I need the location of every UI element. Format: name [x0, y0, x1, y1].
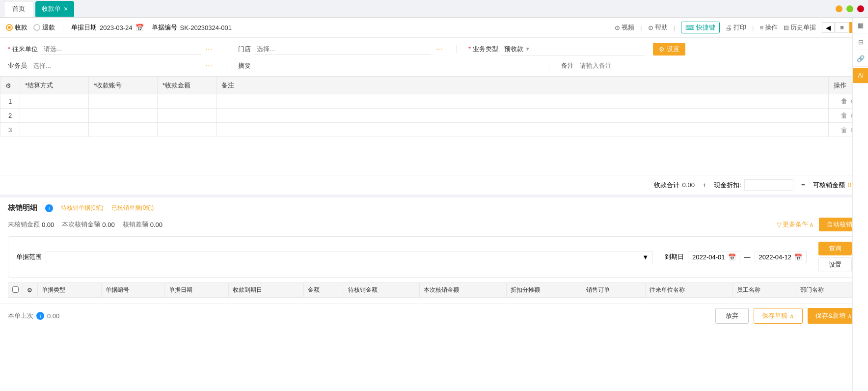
settings-button[interactable]: ⚙ 设置	[653, 43, 685, 56]
due-date-start-input[interactable]: 2022-04-01 📅	[688, 251, 740, 263]
set-button[interactable]: 设置	[818, 257, 852, 272]
store-input[interactable]	[254, 44, 431, 55]
operation-button[interactable]: ≡ 操作	[760, 23, 778, 32]
business-type-select[interactable]: 预收款 ▼	[501, 43, 645, 56]
settlement-cell-2[interactable]	[20, 109, 89, 123]
staff-input[interactable]	[30, 60, 201, 71]
discount-label: 现金折扣:	[714, 181, 741, 190]
note-cell-3[interactable]	[217, 123, 829, 137]
tab-active[interactable]: 收款单 ×	[35, 1, 74, 17]
video-button[interactable]: ⊙ 视频	[615, 23, 634, 32]
abandon-button[interactable]: 放弃	[715, 308, 749, 324]
account-cell-3[interactable]	[89, 123, 158, 137]
history-label: 历史单据	[790, 23, 816, 32]
settings-col-header[interactable]: ⚙	[23, 283, 38, 298]
refund-radio-label: 退款	[42, 23, 55, 32]
account-cell-2[interactable]	[89, 109, 158, 123]
staff-field: 业务员 ···	[8, 60, 214, 71]
more-conditions-button[interactable]: ▽ 更多条件 ∧	[777, 220, 814, 229]
summary-row: 收款合计 0.00 + 现金折扣: = 可核销金额 0.00	[0, 175, 868, 195]
receive-radio[interactable]: 收款	[6, 23, 27, 32]
store-label: 门店	[238, 45, 251, 54]
operation-icon: ≡	[760, 24, 763, 31]
maximize-button[interactable]	[846, 5, 853, 12]
delete-icon-3[interactable]: 🗑	[841, 126, 847, 134]
delete-icon-2[interactable]: 🗑	[841, 112, 847, 119]
nuclear-table: ⚙ 单据类型 单据编号 单据日期 收款到期日 金额 待核销金额 本次核销金额 折…	[8, 282, 860, 298]
total-value: 0.00	[682, 181, 695, 189]
save-new-label: 保存&新增	[815, 311, 845, 320]
summary-input[interactable]	[254, 60, 537, 71]
amount-cell-1[interactable]	[158, 94, 217, 109]
counterpart-more-icon[interactable]: ···	[204, 45, 214, 54]
counterpart-input[interactable]	[41, 44, 201, 55]
side-table-button[interactable]: ▦	[853, 18, 868, 33]
note-cell-1[interactable]	[217, 94, 829, 109]
history-button[interactable]: ⊟ 历史单据	[784, 23, 816, 32]
staff-more-icon[interactable]: ···	[204, 61, 214, 70]
chevron-down-icon: ▼	[525, 46, 530, 52]
voucher-range-select[interactable]: ▼	[46, 251, 653, 263]
form-row-2: 业务员 ··· 摘要 备注	[8, 60, 860, 71]
diff-filter: 核销差额 0.00	[123, 220, 163, 229]
refund-radio[interactable]: 退款	[33, 23, 55, 32]
help-button[interactable]: ⊙ 帮助	[648, 23, 668, 32]
staff-name-header: 员工名称	[732, 283, 796, 298]
doc-num-header: 单据编号	[101, 283, 165, 298]
business-type-value: 预收款	[504, 45, 523, 54]
shortcut-button[interactable]: ⌨ 快捷键	[681, 22, 720, 33]
tab-home[interactable]: 首页	[4, 1, 33, 17]
discount-summary: 现金折扣:	[714, 179, 793, 191]
note-cell-2[interactable]	[217, 109, 829, 123]
print-button[interactable]: 🖨 打印	[726, 23, 746, 32]
settlement-cell-3[interactable]	[20, 123, 89, 137]
side-grid-button[interactable]: ⊟	[853, 34, 868, 50]
field-divider-4	[549, 62, 549, 70]
chevron-up-save-icon: ∧	[789, 312, 794, 320]
receipt-table: ⚙ *结算方式 *收款账号 *收款金额 备注 操作	[0, 77, 868, 137]
help-label: 帮助	[655, 23, 668, 32]
date-range-field: 到期日 2022-04-01 📅 — 2022-04-12 📅	[665, 251, 807, 263]
pending-amount-header: 待核销金额	[344, 283, 420, 298]
field-divider-2	[456, 45, 457, 53]
nuclear-info-icon[interactable]: i	[45, 204, 53, 212]
chevron-up-icon: ∧	[809, 221, 814, 228]
amount-cell-2[interactable]	[158, 109, 217, 123]
side-link-button[interactable]: 🔗	[853, 51, 868, 67]
pending-tab-link[interactable]: 待核销单据(0笔)	[61, 204, 104, 212]
prev-view-button[interactable]: ◀	[822, 22, 835, 33]
footer-info-icon[interactable]: i	[36, 312, 44, 320]
due-date-end-input[interactable]: 2022-04-12 📅	[755, 251, 807, 263]
side-link-icon: 🔗	[857, 55, 865, 62]
account-cell-1[interactable]	[89, 94, 158, 109]
save-draft-button[interactable]: 保存草稿 ∧	[754, 308, 803, 324]
tab-close-icon[interactable]: ×	[64, 5, 68, 13]
remark-input[interactable]	[577, 60, 860, 71]
tab-bar: 首页 收款单 ×	[0, 0, 868, 18]
minimize-button[interactable]	[836, 5, 842, 12]
account-header: *收款账号	[89, 77, 158, 94]
dept-name-header: 部门名称	[796, 283, 860, 298]
delete-icon-1[interactable]: 🗑	[841, 97, 847, 105]
query-button[interactable]: 查询	[818, 242, 852, 255]
discount-input[interactable]	[744, 179, 793, 191]
done-tab-link[interactable]: 已核销单据(0笔)	[111, 204, 154, 212]
amount-cell-3[interactable]	[158, 123, 217, 137]
table-settings-header[interactable]: ⚙	[0, 77, 20, 94]
select-all-checkbox[interactable]	[12, 286, 19, 293]
shortcut-label: 快捷键	[696, 23, 715, 32]
side-ai-button[interactable]: Ai	[853, 68, 868, 84]
footer-value: 0.00	[47, 312, 59, 320]
page-footer: 本单上次 i 0.00 放弃 保存草稿 ∧ 保存&新增 ∧	[0, 304, 868, 328]
store-more-icon[interactable]: ···	[434, 45, 444, 54]
video-label: 视频	[622, 23, 634, 32]
date-field: 单据日期 2023-03-24 📅	[71, 23, 144, 32]
calendar-icon[interactable]: 📅	[136, 24, 144, 31]
settlement-cell-1[interactable]	[20, 94, 89, 109]
list-view-button[interactable]: ≡	[836, 22, 848, 33]
table-row: 1 🗑 ⊕	[0, 94, 868, 109]
window-close-button[interactable]	[857, 5, 864, 12]
remark-field: 备注	[561, 60, 860, 71]
calendar-start-icon: 📅	[728, 253, 736, 261]
refund-radio-circle	[33, 24, 40, 31]
